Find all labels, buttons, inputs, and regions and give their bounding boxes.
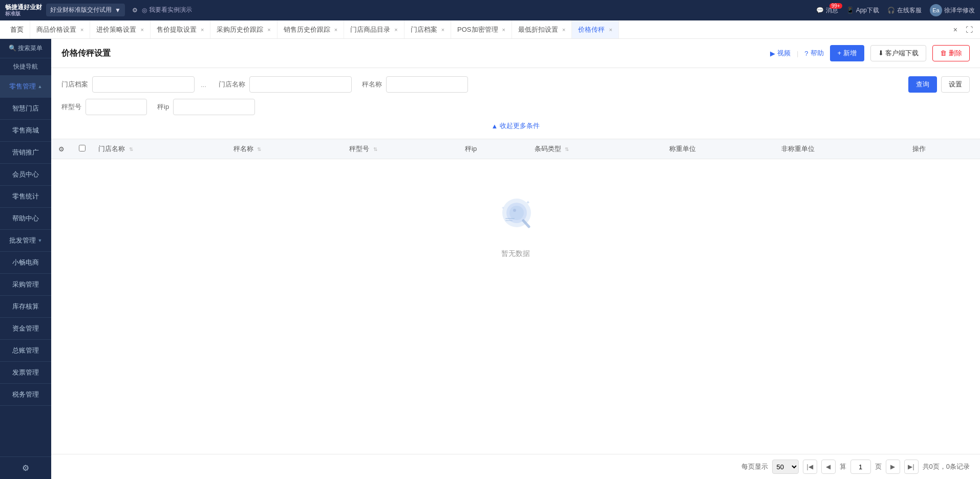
tab-close-price-setting[interactable]: × bbox=[80, 27, 83, 33]
tab-sale-extract[interactable]: 售价提取设置 × bbox=[151, 20, 210, 39]
tab-store-profile[interactable]: 门店档案 × bbox=[404, 20, 451, 39]
sidebar-quicknav[interactable]: 快捷导航 bbox=[0, 58, 51, 76]
filter-scale-model: 秤型号 bbox=[61, 99, 147, 115]
tab-price-setting[interactable]: 商品价格设置 × bbox=[30, 20, 90, 39]
tab-price-scale[interactable]: 价格传秤 × bbox=[572, 20, 619, 39]
data-table: ⚙ 门店名称 ⇅ 秤名称 bbox=[51, 139, 980, 159]
th-store-name[interactable]: 门店名称 ⇅ bbox=[92, 139, 227, 159]
th-barcode-type[interactable]: 条码类型 ⇅ bbox=[528, 139, 664, 159]
tab-close-sale-history[interactable]: × bbox=[334, 27, 337, 33]
scale-name-label: 秤名称 bbox=[362, 80, 382, 89]
tab-close-min-discount[interactable]: × bbox=[562, 27, 565, 33]
per-page-select[interactable]: 10 20 50 100 bbox=[772, 460, 799, 474]
select-all-checkbox[interactable] bbox=[79, 145, 86, 151]
tab-bar: 首页 商品价格设置 × 进价策略设置 × 售价提取设置 × 采购历史价跟踪 × … bbox=[0, 20, 980, 39]
tab-close-sale-extract[interactable]: × bbox=[201, 27, 204, 33]
gear-icon: ⚙ bbox=[58, 145, 65, 153]
top-bar-left: 畅捷通好业财 标准版 好业财标准版交付试用 ▼ ⚙ ◎ 我要看实例演示 bbox=[5, 4, 192, 17]
message-btn[interactable]: 💬 消息 99+ bbox=[816, 6, 838, 15]
sidebar-item-finance[interactable]: 资金管理 bbox=[0, 318, 51, 340]
sidebar-item-tax[interactable]: 税务管理 bbox=[0, 384, 51, 406]
tab-expand-btn[interactable]: ⛶ bbox=[963, 25, 976, 35]
th-scale-model[interactable]: 秤型号 ⇅ bbox=[343, 139, 459, 159]
tab-close-store-catalog[interactable]: × bbox=[394, 27, 397, 33]
tab-sale-history[interactable]: 销售历史价跟踪 × bbox=[278, 20, 344, 39]
empty-illustration: ✦ ✦ bbox=[490, 190, 541, 241]
sidebar-item-marketing[interactable]: 营销推广 bbox=[0, 142, 51, 164]
sidebar-item-general-ledger[interactable]: 总账管理 bbox=[0, 340, 51, 362]
tab-close-store-profile[interactable]: × bbox=[441, 27, 444, 33]
tab-bar-actions: × ⛶ bbox=[950, 25, 976, 35]
demo-icon: ◎ bbox=[142, 7, 147, 14]
sidebar-item-wholesale-manage[interactable]: 批发管理 bbox=[0, 230, 51, 252]
store-profile-dots-btn[interactable]: ... bbox=[199, 81, 208, 89]
video-link[interactable]: ▶ 视频 bbox=[770, 49, 791, 58]
empty-state: ✦ ✦ 暂无数据 bbox=[51, 159, 980, 289]
settings-filter-button[interactable]: 设置 bbox=[941, 76, 970, 93]
sidebar-item-retail-mall[interactable]: 零售商城 bbox=[0, 120, 51, 142]
sidebar-item-retail-stats[interactable]: 零售统计 bbox=[0, 186, 51, 208]
service-icon: 🎧 bbox=[887, 7, 895, 14]
scale-model-label: 秤型号 bbox=[61, 102, 81, 112]
sidebar-item-retail-manage[interactable]: 零售管理 bbox=[0, 76, 51, 98]
store-name-label: 门店名称 bbox=[219, 80, 245, 89]
version-selector[interactable]: 好业财标准版交付试用 ▼ bbox=[46, 4, 125, 16]
tab-purchase-strategy[interactable]: 进价策略设置 × bbox=[90, 20, 150, 39]
store-profile-label: 门店档案 bbox=[61, 80, 88, 89]
tab-purchase-history[interactable]: 采购历史价跟踪 × bbox=[210, 20, 277, 39]
sidebar-search[interactable]: 🔍 搜索菜单 bbox=[0, 39, 51, 58]
store-profile-input[interactable] bbox=[92, 76, 195, 93]
app-download-btn[interactable]: 📱 App下载 bbox=[846, 6, 879, 15]
tab-store-catalog[interactable]: 门店商品目录 × bbox=[344, 20, 404, 39]
tab-min-discount[interactable]: 最低折扣设置 × bbox=[512, 20, 572, 39]
last-page-btn[interactable]: ▶| bbox=[904, 460, 919, 474]
page-input[interactable] bbox=[850, 460, 871, 474]
total-info: 共0页，0条记录 bbox=[923, 462, 970, 471]
gear-icon: ⚙ bbox=[132, 7, 138, 14]
help-icon: ? bbox=[804, 50, 808, 57]
filter-scale-name: 秤名称 bbox=[362, 76, 468, 93]
sidebar-item-smart-store[interactable]: 智慧门店 bbox=[0, 98, 51, 120]
settings-btn[interactable]: ⚙ bbox=[132, 7, 138, 14]
tab-close-purchase-history[interactable]: × bbox=[267, 27, 270, 33]
scale-ip-input[interactable] bbox=[173, 99, 255, 115]
export-button[interactable]: ⬇ 客户端下载 bbox=[870, 45, 927, 61]
prev-page-btn[interactable]: ◀ bbox=[821, 460, 836, 474]
th-checkbox[interactable] bbox=[72, 139, 92, 159]
help-link[interactable]: ? 帮助 bbox=[804, 49, 823, 58]
video-icon: ▶ bbox=[770, 50, 775, 57]
message-badge: 99+ bbox=[829, 3, 842, 9]
th-gear[interactable]: ⚙ bbox=[51, 139, 72, 159]
filter-action-buttons: 查询 设置 bbox=[908, 76, 970, 93]
app-container: 畅捷通好业财 标准版 好业财标准版交付试用 ▼ ⚙ ◎ 我要看实例演示 💬 消息… bbox=[0, 0, 980, 479]
query-button[interactable]: 查询 bbox=[908, 76, 937, 93]
sidebar-item-inventory[interactable]: 库存核算 bbox=[0, 296, 51, 318]
svg-text:✦: ✦ bbox=[526, 200, 530, 205]
first-page-btn[interactable]: |◀ bbox=[803, 460, 817, 474]
sidebar-item-purchase-manage[interactable]: 采购管理 bbox=[0, 274, 51, 296]
scale-name-input[interactable] bbox=[386, 76, 468, 93]
tab-close-pos-manage[interactable]: × bbox=[502, 27, 505, 33]
filter-row-2: 秤型号 秤ip bbox=[61, 99, 970, 115]
filter-collapse-btn[interactable]: ▲ 收起更多条件 bbox=[61, 121, 970, 130]
tab-close-all-btn[interactable]: × bbox=[950, 25, 961, 35]
th-scale-name[interactable]: 秤名称 ⇅ bbox=[227, 139, 343, 159]
tab-close-purchase-strategy[interactable]: × bbox=[140, 27, 143, 33]
add-button[interactable]: + 新增 bbox=[830, 45, 864, 61]
scale-model-input[interactable] bbox=[86, 99, 147, 115]
delete-button[interactable]: 🗑 删除 bbox=[932, 45, 970, 61]
svg-point-2 bbox=[509, 206, 524, 220]
user-btn[interactable]: Ea 徐泽华修改 bbox=[930, 4, 975, 16]
store-name-input[interactable] bbox=[249, 76, 352, 93]
sidebar-item-help-center[interactable]: 帮助中心 bbox=[0, 208, 51, 230]
demo-btn[interactable]: ◎ 我要看实例演示 bbox=[142, 6, 192, 14]
next-page-btn[interactable]: ▶ bbox=[886, 460, 900, 474]
sidebar-item-member-center[interactable]: 会员中心 bbox=[0, 164, 51, 186]
tab-home[interactable]: 首页 bbox=[4, 20, 30, 39]
tab-pos-manage[interactable]: POS加密管理 × bbox=[451, 20, 512, 39]
sidebar-item-mini-ecom[interactable]: 小畅电商 bbox=[0, 252, 51, 274]
sidebar-item-invoice[interactable]: 发票管理 bbox=[0, 362, 51, 384]
tab-close-price-scale[interactable]: × bbox=[609, 27, 612, 33]
sidebar-gear-btn[interactable]: ⚙ bbox=[0, 457, 51, 479]
online-service-btn[interactable]: 🎧 在线客服 bbox=[887, 6, 922, 15]
